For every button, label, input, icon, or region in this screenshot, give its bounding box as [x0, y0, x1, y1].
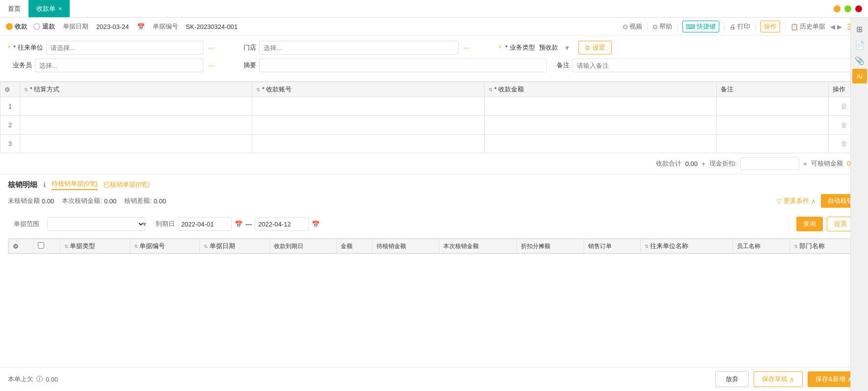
- row3-note[interactable]: [717, 135, 829, 153]
- right-sidebar: ⊞ 📄 📎 Ai: [850, 18, 868, 391]
- note-field: 备注: [557, 58, 860, 72]
- history-btn[interactable]: 📋 历史单据: [790, 22, 825, 31]
- shortcut-btn[interactable]: ⌨ 快捷键: [682, 21, 719, 32]
- sidebar-table-icon[interactable]: ⊞: [852, 22, 867, 36]
- bt-select-all-checkbox[interactable]: [38, 242, 44, 249]
- nav-next-icon[interactable]: ▶: [837, 23, 842, 30]
- refund-radio[interactable]: 退款: [33, 22, 55, 31]
- help-label: 帮助: [659, 22, 672, 31]
- maximize-button[interactable]: [844, 5, 851, 12]
- partner-ellipsis-icon[interactable]: ···: [208, 44, 214, 52]
- sidebar-ai-icon[interactable]: Ai: [852, 69, 867, 84]
- receipt-radio[interactable]: 收款: [6, 22, 27, 31]
- row3-account[interactable]: [252, 135, 485, 153]
- verify-info-icon[interactable]: ℹ: [43, 181, 46, 189]
- filter-right: ▽ 更多条件 ∧ 自动核销: [777, 194, 860, 208]
- unchecked-label: 未核销金额: [8, 196, 40, 205]
- note-input[interactable]: [572, 58, 860, 72]
- biz-dropdown-icon[interactable]: ▼: [564, 44, 570, 52]
- staff-ellipsis-icon[interactable]: ···: [208, 61, 214, 69]
- current-stat: 本次核销金额: 0.00: [62, 196, 116, 205]
- data-table: ⚙ ⇅ * 结算方式 ⇅ * 收款账号 ⇅ * 收款金额 备注: [0, 82, 868, 153]
- staff-field: 业务员 ···: [8, 58, 214, 72]
- due-start-calendar-icon[interactable]: 📅: [235, 221, 243, 228]
- row1-delete-icon[interactable]: 🗑: [841, 102, 847, 111]
- staff-input[interactable]: [35, 58, 203, 72]
- discount-input[interactable]: [740, 157, 799, 170]
- filter-icon: ▽: [777, 197, 782, 205]
- window-controls: [834, 5, 868, 12]
- row2-method[interactable]: [20, 116, 252, 135]
- tab-bar: 首页 收款单 ×: [0, 0, 868, 18]
- sidebar-attach-icon[interactable]: 📎: [852, 53, 867, 68]
- tab-close-icon[interactable]: ×: [58, 5, 62, 12]
- table-gear-icon[interactable]: ⚙: [4, 86, 10, 93]
- row2-account[interactable]: [252, 116, 485, 135]
- row1-method[interactable]: [20, 97, 252, 116]
- bottom-table-area: ⚙ ⇅ 单据类型 ⇅ 单据编号: [8, 238, 860, 254]
- date-label: 单据日期: [63, 22, 88, 31]
- abandon-button[interactable]: 放弃: [715, 371, 749, 387]
- more-conditions-btn[interactable]: ▽ 更多条件 ∧: [777, 196, 816, 205]
- nav-prev-icon[interactable]: ◀: [830, 23, 835, 30]
- tab-receipt-label: 收款单: [36, 4, 55, 13]
- row2-delete-icon[interactable]: 🗑: [841, 121, 847, 129]
- pending-tab[interactable]: 待核销单据(0笔): [52, 179, 98, 190]
- date-calendar-icon[interactable]: 📅: [137, 23, 145, 30]
- draft-label: 保存草稿: [762, 375, 787, 384]
- video-btn[interactable]: ⊙ 视频: [623, 22, 642, 31]
- row1-account[interactable]: [252, 97, 485, 116]
- summary-input[interactable]: [259, 58, 547, 72]
- table-section: ⚙ ⇅ * 结算方式 ⇅ * 收款账号 ⇅ * 收款金额 备注: [0, 82, 868, 153]
- due-label: 到期日: [156, 220, 175, 228]
- save-draft-button[interactable]: 保存草稿 ∧: [754, 371, 803, 387]
- sidebar-doc-icon[interactable]: 📄: [852, 37, 867, 52]
- divider3: [724, 23, 725, 30]
- footer-info-icon[interactable]: ⓘ: [36, 375, 43, 384]
- number-label: 单据编号: [153, 22, 178, 31]
- row2-amount[interactable]: [485, 116, 717, 135]
- staff-label: 业务员: [13, 61, 32, 70]
- date-value: 2023-03-24: [96, 23, 129, 30]
- tab-home[interactable]: 首页: [0, 0, 28, 17]
- done-tab[interactable]: 已核销单据(0笔): [104, 180, 150, 189]
- row1-note[interactable]: [717, 97, 829, 116]
- row1-amount[interactable]: [485, 97, 717, 116]
- more-conditions-label: 更多条件: [784, 196, 809, 205]
- row3-amount[interactable]: [485, 135, 717, 153]
- store-ellipsis-icon[interactable]: ···: [463, 44, 469, 52]
- footer-info: 本单上欠 ⓘ 0.00: [8, 375, 58, 384]
- bt-col-pending: 待核销金额: [372, 239, 439, 253]
- receipt-radio-dot: [6, 23, 13, 30]
- due-end-input[interactable]: [255, 217, 309, 231]
- current-label: 本次核销金额:: [62, 196, 102, 205]
- due-start-input[interactable]: [178, 217, 232, 231]
- note-label: 备注: [557, 61, 570, 70]
- total-label: 收款合计: [656, 159, 681, 168]
- shortcut-label: 快捷键: [697, 22, 716, 31]
- query-button[interactable]: 查询: [796, 217, 823, 231]
- row3-method[interactable]: [20, 135, 252, 153]
- settings-button[interactable]: ⚙ 设置: [578, 41, 612, 55]
- date-range-select[interactable]: [47, 217, 145, 231]
- settings-label: 设置: [593, 43, 605, 52]
- biz-required: *: [499, 44, 501, 52]
- date-dash: —: [245, 221, 252, 228]
- bt-col-date: ⇅ 单据日期: [200, 239, 270, 253]
- row2-note[interactable]: [717, 116, 829, 135]
- partner-input[interactable]: [46, 41, 204, 55]
- print-btn[interactable]: 🖨 打印: [730, 22, 750, 31]
- tab-receipt[interactable]: 收款单 ×: [28, 0, 70, 17]
- print-label: 打印: [737, 22, 750, 31]
- bt-gear-icon[interactable]: ⚙: [13, 243, 19, 250]
- minimize-button[interactable]: [834, 5, 841, 12]
- operate-btn[interactable]: 操作: [760, 21, 780, 32]
- row3-delete-icon[interactable]: 🗑: [841, 140, 847, 148]
- store-input[interactable]: [259, 41, 459, 55]
- refund-radio-label: 退款: [42, 22, 55, 31]
- plus-sign: +: [702, 160, 705, 168]
- close-button[interactable]: [855, 5, 862, 12]
- help-btn[interactable]: ⊙ 帮助: [652, 22, 672, 31]
- bt-col-due-date: 收款到期日: [270, 239, 336, 253]
- due-end-calendar-icon[interactable]: 📅: [312, 221, 320, 228]
